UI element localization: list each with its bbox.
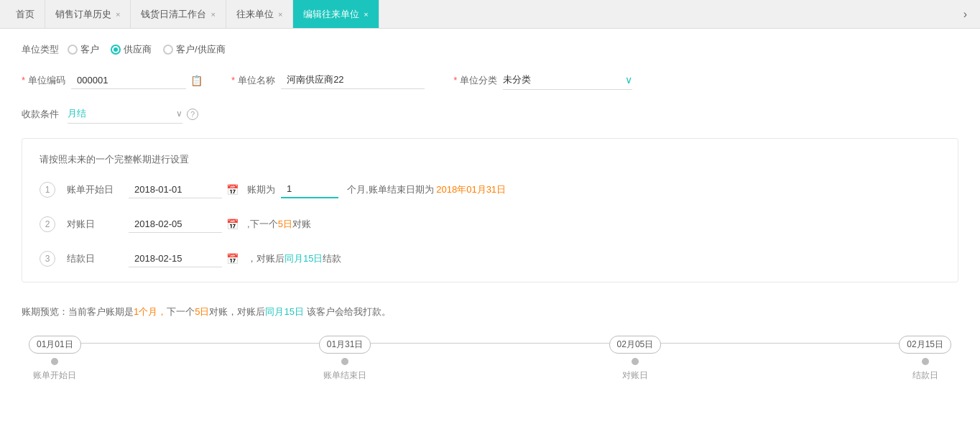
- unit-type-field: 单位类型 客户 供应商 客户/供应商: [22, 43, 226, 56]
- main-content: 单位类型 客户 供应商 客户/供应商 * 单位编码: [0, 29, 980, 437]
- step-1-end-date: 2018年01月31日: [436, 184, 506, 195]
- step-3-row: 3 结款日 📅 ，对账后同月15日结款: [40, 250, 940, 267]
- timeline-line: [36, 343, 944, 344]
- step-1-suffix-months-text: 个月,账单结束日期为: [347, 184, 434, 195]
- tab-partner-label: 往来单位: [236, 8, 274, 21]
- tab-home[interactable]: 首页: [6, 0, 45, 28]
- tab-sales-order-close[interactable]: ×: [116, 10, 120, 19]
- step-3-highlight: 同月15日: [285, 253, 323, 264]
- unit-code-field: * 单位编码 📋: [22, 72, 203, 89]
- step-1-label: 账单开始日: [67, 183, 117, 196]
- step-2-prefix: ,下一个: [247, 218, 278, 229]
- step-3-cal-icon[interactable]: 📅: [226, 253, 239, 264]
- radio-group: 客户 供应商 客户/供应商: [68, 43, 226, 56]
- tab-sales-order[interactable]: 销售订单历史 ×: [45, 0, 131, 28]
- timeline-dot-4: [922, 358, 929, 365]
- payment-terms-label: 收款条件: [22, 108, 59, 121]
- preview-section: 账期预览：当前客户账期是1个月，下一个5日对账，对账后同月15日 该客户会给我打…: [22, 294, 958, 382]
- tab-bar: 首页 销售订单历史 × 钱货日清工作台 × 往来单位 × 编辑往来单位 × ›: [0, 0, 980, 29]
- timeline-dot-2: [341, 358, 348, 365]
- step-2-label: 对账日: [67, 218, 117, 231]
- preview-middle2: 对账，对账后: [209, 306, 265, 317]
- step-1-months-suffix: 个月,账单结束日期为 2018年01月31日: [347, 183, 506, 196]
- tab-cash-workbench-label: 钱货日清工作台: [141, 8, 206, 21]
- timeline: 01月01日 账单开始日 01月31日 账单结束日 02月05日 对账日: [22, 336, 958, 382]
- unit-classify-required-star: *: [453, 75, 457, 86]
- timeline-badge-1: 01月01日: [29, 336, 81, 354]
- preview-text: 账期预览：当前客户账期是1个月，下一个5日对账，对账后同月15日 该客户会给我打…: [22, 305, 958, 318]
- timeline-label-4: 结款日: [912, 369, 938, 382]
- payment-terms-value: 月结: [68, 107, 176, 120]
- tab-edit-partner-close[interactable]: ×: [364, 10, 368, 19]
- unit-code-label: 单位编码: [28, 74, 65, 87]
- step-2-date-input[interactable]: [129, 216, 222, 233]
- step-3-date-input[interactable]: [129, 250, 222, 267]
- step-1-months-input[interactable]: [281, 180, 338, 198]
- timeline-item-2: 01月31日 账单结束日: [319, 336, 371, 382]
- timeline-dot-1: [51, 358, 58, 365]
- unit-name-input[interactable]: [281, 72, 425, 89]
- tab-edit-partner[interactable]: 编辑往来单位 ×: [293, 0, 379, 28]
- unit-type-label: 单位类型: [22, 43, 59, 56]
- radio-both-circle: [163, 45, 173, 55]
- radio-supplier-label: 供应商: [124, 43, 152, 56]
- step-3-suffix: 结款: [323, 253, 341, 264]
- unit-name-label: 单位名称: [238, 74, 275, 87]
- step-2-num: 2: [40, 216, 55, 232]
- radio-supplier-circle: [111, 45, 121, 55]
- payment-terms-arrow-icon: ∨: [176, 109, 182, 119]
- timeline-item-1: 01月01日 账单开始日: [29, 336, 81, 382]
- radio-customer-label: 客户: [80, 43, 99, 56]
- step-2-cal-icon[interactable]: 📅: [226, 218, 239, 230]
- preview-highlight1: 1个月，: [134, 306, 167, 317]
- unit-classify-arrow-icon: ∨: [625, 74, 632, 86]
- radio-supplier[interactable]: 供应商: [111, 43, 152, 56]
- payment-terms-dropdown[interactable]: 月结 ∨: [68, 104, 182, 124]
- unit-classify-value: 未分类: [503, 73, 625, 86]
- tab-home-label: 首页: [16, 8, 34, 21]
- unit-info-row: * 单位编码 📋 * 单位名称 * 单位分类 未分类 ∨: [22, 70, 958, 90]
- unit-classify-dropdown[interactable]: 未分类 ∨: [503, 70, 632, 90]
- step-3-prefix: ，对账后: [247, 253, 285, 264]
- tab-cash-workbench[interactable]: 钱货日清工作台 ×: [131, 0, 226, 28]
- tab-edit-partner-label: 编辑往来单位: [303, 8, 359, 21]
- tab-partner[interactable]: 往来单位 ×: [226, 0, 293, 28]
- timeline-item-3: 02月05日 对账日: [609, 336, 662, 382]
- radio-customer-circle: [68, 45, 78, 55]
- unit-type-row: 单位类型 客户 供应商 客户/供应商: [22, 43, 958, 56]
- step-1-period-label: 账期为: [247, 183, 275, 196]
- timeline-badge-4: 02月15日: [899, 336, 951, 354]
- radio-both[interactable]: 客户/供应商: [163, 43, 226, 56]
- preview-highlight2: 5日: [195, 306, 209, 317]
- unit-classify-label: 单位分类: [460, 74, 497, 87]
- radio-customer[interactable]: 客户: [68, 43, 99, 56]
- unit-name-required-star: *: [231, 75, 235, 86]
- timeline-badge-3: 02月05日: [609, 336, 662, 354]
- timeline-label-3: 对账日: [622, 369, 648, 382]
- step-1-date-input[interactable]: [129, 181, 222, 198]
- step-1-cal-icon[interactable]: 📅: [226, 184, 239, 196]
- timeline-label-2: 账单结束日: [323, 369, 366, 382]
- tab-cash-workbench-close[interactable]: ×: [211, 10, 215, 19]
- timeline-badge-2: 01月31日: [319, 336, 371, 354]
- preview-suffix: 该客户会给我打款。: [307, 306, 391, 317]
- timeline-label-1: 账单开始日: [33, 369, 76, 382]
- preview-highlight3: 同月15日: [265, 306, 303, 317]
- step-1-row: 1 账单开始日 📅 账期为 个月,账单结束日期为 2018年01月31日: [40, 180, 940, 198]
- timeline-dot-3: [632, 358, 639, 365]
- step-2-suffix: 对账: [292, 218, 311, 229]
- tab-partner-close[interactable]: ×: [278, 10, 282, 19]
- timeline-row: 01月01日 账单开始日 01月31日 账单结束日 02月05日 对账日: [29, 336, 951, 382]
- unit-code-required-star: *: [22, 75, 25, 86]
- step-3-label: 结款日: [67, 252, 117, 265]
- unit-code-icon[interactable]: 📋: [190, 75, 203, 86]
- radio-both-label: 客户/供应商: [176, 43, 226, 56]
- step-1-num: 1: [40, 182, 55, 198]
- timeline-item-4: 02月15日 结款日: [899, 336, 951, 382]
- tab-sales-order-label: 销售订单历史: [55, 8, 111, 21]
- billing-section-box: 请按照未来的一个完整帐期进行设置 1 账单开始日 📅 账期为 个月,账单结束日期…: [22, 138, 958, 282]
- unit-classify-field: * 单位分类 未分类 ∨: [453, 70, 632, 90]
- help-icon[interactable]: ?: [187, 109, 198, 120]
- unit-code-input[interactable]: [71, 72, 186, 89]
- tab-more-button[interactable]: ›: [956, 8, 974, 21]
